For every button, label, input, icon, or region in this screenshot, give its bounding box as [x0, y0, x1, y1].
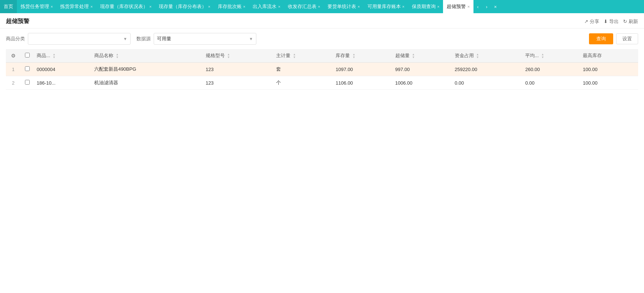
col-settings: ⚙ — [6, 49, 21, 63]
nav-inventory-dist[interactable]: 现存量（库存分布表） × — [155, 0, 214, 13]
sort-icon-product-code: ▲▼ — [52, 53, 55, 59]
col-max-stock-header: 最高库存 — [580, 49, 638, 63]
sort-icon-unit: ▲▼ — [293, 53, 296, 59]
col-unit-header: 主计量 ▲▼ — [273, 49, 333, 63]
query-button[interactable]: 查询 — [589, 33, 613, 44]
table-row: 2 186-10... 机油滤清器 123 个 1106.00 1006.00 … — [6, 76, 638, 90]
nav-close-pick-exception[interactable]: × — [90, 4, 92, 9]
datasource-chevron-icon: ▼ — [249, 37, 253, 41]
col-avg-header: 平均... ▲▼ — [522, 49, 580, 63]
row-unit: 套 — [273, 63, 333, 76]
row-max-stock: 100.00 — [580, 63, 638, 76]
page-container: 超储预警 ↗ 分享 ⬇ 导出 ↻ 刷新 商品分类 ▼ 数据源 — [0, 13, 644, 293]
nav-home[interactable]: 首页 — [0, 0, 17, 13]
share-button[interactable]: ↗ 分享 — [584, 18, 599, 25]
page-title: 超储预警 — [6, 18, 29, 25]
sort-icon-avg: ▲▼ — [541, 53, 544, 59]
row-checkbox[interactable] — [25, 80, 30, 85]
row-unit: 个 — [273, 76, 333, 90]
col-overstock-header: 超储量 ▲▼ — [392, 49, 452, 63]
row-capital: 259220.00 — [452, 63, 523, 76]
row-capital: 0.00 — [452, 76, 523, 90]
datasource-select[interactable]: 可用量 ▼ — [154, 33, 256, 45]
col-stock-header: 库存量 ▲▼ — [333, 49, 392, 63]
nav-pick-task[interactable]: 拣货任务管理 × — [17, 0, 56, 13]
nav-close-available-stock[interactable]: × — [402, 4, 405, 9]
row-spec: 123 — [203, 63, 274, 76]
nav-inout-flow[interactable]: 出入库流水 × — [249, 0, 284, 13]
top-navigation: 首页 拣货任务管理 × 拣货异常处理 × 现存量（库存状况表） × 现存量（库存… — [0, 0, 644, 13]
sort-icon-overstock: ▲▼ — [412, 53, 415, 59]
sort-icon-capital: ▲▼ — [476, 53, 479, 59]
nav-pick-exception[interactable]: 拣货异常处理 × — [56, 0, 96, 13]
page-header: 超储预警 ↗ 分享 ⬇ 导出 ↻ 刷新 — [0, 13, 644, 29]
nav-overstock[interactable]: 超储预警 × — [443, 0, 473, 13]
settings-col-icon[interactable]: ⚙ — [11, 53, 16, 59]
export-icon: ⬇ — [604, 19, 608, 24]
col-product-name-header: 商品名称 ▲▼ — [91, 49, 203, 63]
row-product-code: 186-10... — [34, 76, 91, 90]
nav-batch-account[interactable]: 库存批次账 × — [214, 0, 249, 13]
row-product-name: 机油滤清器 — [91, 76, 203, 90]
nav-close-pick-task[interactable]: × — [51, 4, 53, 9]
row-number: 2 — [6, 76, 21, 90]
row-avg: 0.00 — [522, 76, 580, 90]
table-container: ⚙ 商品... ▲▼ 商品名称 ▲▼ 规格型号 ▲▼ — [0, 49, 644, 90]
category-chevron-icon: ▼ — [123, 37, 127, 41]
col-spec-header: 规格型号 ▲▼ — [203, 49, 274, 63]
overstock-table: ⚙ 商品... ▲▼ 商品名称 ▲▼ 规格型号 ▲▼ — [6, 49, 638, 90]
share-icon: ↗ — [584, 19, 588, 24]
col-capital-header: 资金占用 ▲▼ — [452, 49, 523, 63]
row-spec: 123 — [203, 76, 274, 90]
row-overstock: 997.00 — [392, 63, 452, 76]
nav-close-inventory-dist[interactable]: × — [208, 4, 210, 9]
row-product-name: 六配套新昌490BPG — [91, 63, 203, 76]
col-checkbox-header — [21, 49, 34, 63]
nav-close-shelf-life[interactable]: × — [437, 4, 439, 9]
nav-summary[interactable]: 收发存汇总表 × — [284, 0, 324, 13]
nav-inventory-status[interactable]: 现存量（库存状况表） × — [96, 0, 155, 13]
filter-bar: 商品分类 ▼ 数据源 可用量 ▼ 查询 设置 — [0, 29, 644, 49]
row-checkbox-cell — [21, 76, 34, 90]
nav-close-summary[interactable]: × — [318, 4, 320, 9]
nav-prev-arrow[interactable]: ‹ — [473, 0, 482, 13]
row-avg: 260.00 — [522, 63, 580, 76]
row-number: 1 — [6, 63, 21, 76]
table-header-row: ⚙ 商品... ▲▼ 商品名称 ▲▼ 规格型号 ▲▼ — [6, 49, 638, 63]
export-button[interactable]: ⬇ 导出 — [604, 18, 619, 25]
page-actions: ↗ 分享 ⬇ 导出 ↻ 刷新 — [584, 18, 638, 25]
nav-more-arrow[interactable]: × — [491, 0, 500, 13]
row-overstock: 1006.00 — [392, 76, 452, 90]
nav-close-inout-flow[interactable]: × — [278, 4, 280, 9]
datasource-value: 可用量 — [157, 36, 171, 42]
row-checkbox[interactable] — [25, 66, 30, 71]
settings-button[interactable]: 设置 — [616, 33, 638, 44]
datasource-label: 数据源 — [136, 36, 151, 42]
category-filter-group: 商品分类 ▼ — [6, 33, 131, 45]
sort-icon-stock: ▲▼ — [352, 53, 355, 59]
nav-close-batch-account[interactable]: × — [243, 4, 245, 9]
nav-next-arrow[interactable]: › — [482, 0, 491, 13]
category-label: 商品分类 — [6, 36, 25, 42]
row-max-stock: 100.00 — [580, 76, 638, 90]
row-checkbox-cell — [21, 63, 34, 76]
nav-close-requisition[interactable]: × — [358, 4, 360, 9]
sort-icon-spec: ▲▼ — [227, 53, 230, 59]
filter-actions: 查询 设置 — [589, 33, 638, 44]
nav-available-stock[interactable]: 可用量库存账本 × — [364, 0, 408, 13]
nav-close-inventory-status[interactable]: × — [149, 4, 151, 9]
sort-icon-product-name: ▲▼ — [116, 53, 119, 59]
nav-requisition[interactable]: 要货单统计表 × — [324, 0, 363, 13]
row-stock: 1097.00 — [333, 63, 392, 76]
select-all-checkbox[interactable] — [25, 53, 30, 58]
nav-shelf-life[interactable]: 保质期查询 × — [408, 0, 443, 13]
category-select[interactable]: ▼ — [28, 33, 131, 45]
refresh-button[interactable]: ↻ 刷新 — [623, 18, 638, 25]
refresh-icon: ↻ — [623, 19, 627, 24]
row-product-code: 0000004 — [34, 63, 91, 76]
table-row: 1 0000004 六配套新昌490BPG 123 套 1097.00 997.… — [6, 63, 638, 76]
row-stock: 1106.00 — [333, 76, 392, 90]
datasource-filter-group: 数据源 可用量 ▼ — [136, 33, 256, 45]
col-product-code-header: 商品... ▲▼ — [34, 49, 91, 63]
nav-close-overstock[interactable]: × — [467, 4, 469, 9]
